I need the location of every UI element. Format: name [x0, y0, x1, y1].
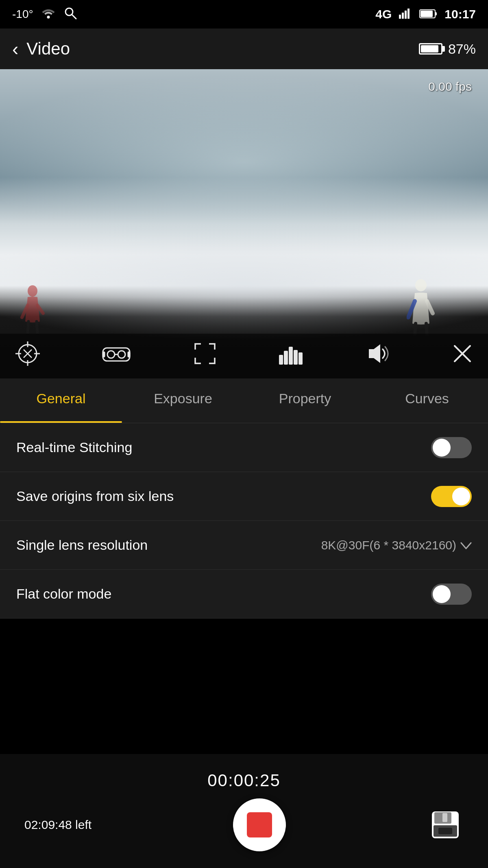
resolution-value-text: 8K@30F(6 * 3840x2160) [321, 538, 456, 552]
tab-general[interactable]: General [0, 378, 122, 423]
realtime-stitching-toggle[interactable] [431, 437, 472, 458]
svg-rect-30 [128, 352, 130, 357]
svg-line-2 [72, 15, 76, 19]
svg-rect-6 [407, 9, 410, 19]
svg-point-0 [47, 15, 50, 18]
record-button[interactable] [233, 798, 286, 851]
svg-rect-32 [284, 351, 288, 365]
svg-rect-41 [442, 813, 447, 822]
status-right: 4G 10:17 [375, 7, 476, 22]
video-controls-bar [0, 334, 488, 378]
tab-property[interactable]: Property [244, 378, 366, 423]
vr-button[interactable] [102, 344, 131, 368]
status-bar: -10° 4G [0, 0, 488, 28]
setting-single-lens-resolution[interactable]: Single lens resolution 8K@30F(6 * 3840x2… [0, 521, 488, 570]
svg-point-15 [415, 279, 427, 291]
svg-point-26 [107, 351, 115, 358]
flat-color-toggle[interactable] [431, 584, 472, 605]
temperature-text: -10° [12, 8, 33, 21]
search-icon[interactable] [63, 6, 77, 23]
signal-icon [399, 7, 412, 22]
svg-rect-31 [279, 355, 283, 365]
realtime-stitching-label: Real-time Stitching [16, 439, 431, 455]
back-button[interactable]: ‹ [12, 38, 18, 60]
svg-rect-5 [405, 11, 407, 19]
battery-percent: 87% [448, 41, 476, 57]
tabs-bar: General Exposure Property Curves [0, 378, 488, 423]
bottom-buttons: 02:09:48 left [0, 798, 488, 851]
svg-point-10 [28, 285, 37, 297]
toggle-knob [433, 439, 451, 457]
crosshair-button[interactable] [15, 341, 40, 371]
fps-display: 0.00 fps [428, 80, 472, 94]
time-left-display: 02:09:48 left [24, 818, 92, 832]
header-left: ‹ Video [12, 38, 70, 60]
header-battery-icon [419, 43, 442, 55]
svg-rect-4 [402, 13, 404, 19]
settings-list: Real-time Stitching Save origins from si… [0, 423, 488, 619]
tab-exposure[interactable]: Exposure [122, 378, 244, 423]
close-button[interactable] [452, 343, 473, 369]
setting-flat-color-mode: Flat color mode [0, 570, 488, 619]
save-button[interactable] [427, 807, 464, 843]
svg-rect-3 [399, 15, 401, 19]
network-type: 4G [375, 7, 392, 21]
toggle-knob-on [452, 488, 470, 505]
app-header: ‹ Video 87% [0, 28, 488, 69]
setting-save-origins: Save origins from six lens [0, 472, 488, 521]
status-time: 10:17 [444, 7, 476, 21]
single-lens-value[interactable]: 8K@30F(6 * 3840x2160) [321, 538, 472, 553]
svg-rect-9 [435, 12, 437, 15]
svg-rect-43 [438, 828, 452, 834]
svg-rect-29 [103, 352, 105, 357]
svg-point-27 [118, 351, 125, 358]
svg-rect-35 [298, 352, 303, 365]
status-battery-icon [419, 7, 437, 21]
save-origins-label: Save origins from six lens [16, 488, 431, 504]
tab-curves[interactable]: Curves [366, 378, 488, 423]
svg-marker-36 [369, 344, 380, 363]
wifi-icon [41, 7, 56, 22]
setting-realtime-stitching: Real-time Stitching [0, 423, 488, 472]
page-title: Video [26, 39, 70, 59]
timer-display: 00:00:25 [207, 771, 281, 790]
expand-button[interactable] [193, 341, 217, 371]
svg-rect-33 [289, 347, 293, 365]
toggle-knob-flat [433, 585, 451, 603]
video-preview[interactable]: 0.00 fps [0, 69, 488, 378]
record-icon [247, 812, 272, 837]
flat-color-label: Flat color mode [16, 586, 431, 602]
chart-button[interactable] [279, 343, 303, 370]
bottom-section: 00:00:25 02:09:48 left [0, 754, 488, 868]
save-icon [430, 810, 460, 840]
single-lens-label: Single lens resolution [16, 537, 321, 553]
chevron-down-icon [460, 538, 472, 553]
save-origins-toggle[interactable] [431, 486, 472, 507]
svg-rect-34 [294, 350, 298, 365]
volume-button[interactable] [366, 343, 390, 370]
svg-rect-8 [420, 11, 433, 17]
status-left: -10° [12, 6, 77, 23]
header-right: 87% [419, 41, 476, 57]
